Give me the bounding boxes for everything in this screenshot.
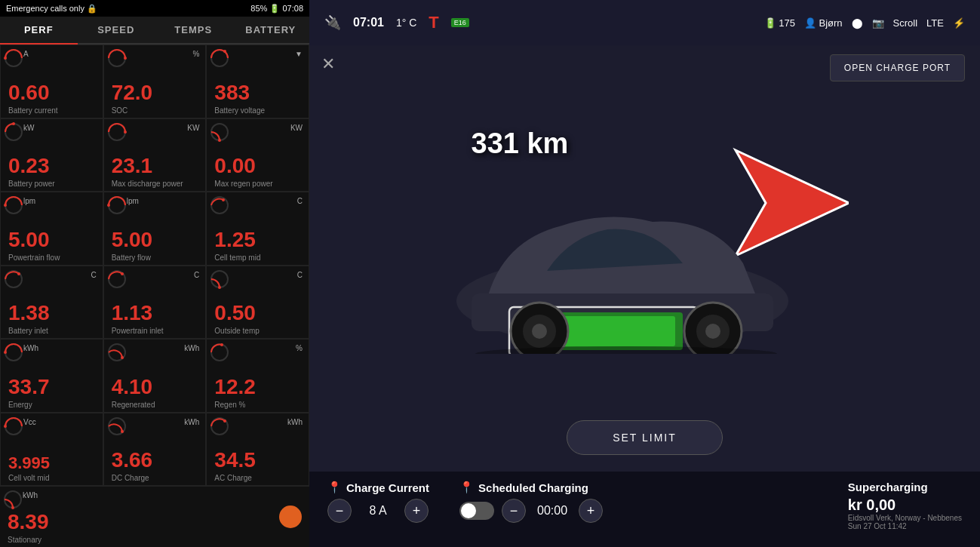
svg-point-5	[223, 50, 226, 53]
tab-battery[interactable]: BATTERY	[232, 17, 310, 43]
supercharging-date: Sun 27 Oct 11:42	[848, 522, 962, 530]
lte-icon: LTE	[926, 17, 944, 29]
charge-current-title: 📍 Charge Current	[327, 481, 429, 494]
close-button[interactable]: ✕	[321, 54, 335, 74]
svg-point-3	[124, 57, 127, 60]
metric-soc: % 72.0 SOC	[103, 45, 207, 118]
supercharging-price: kr 0,00	[848, 496, 962, 514]
svg-point-31	[4, 425, 7, 428]
user-icon: 👤 Bjørn	[804, 17, 843, 29]
svg-point-19	[17, 272, 20, 275]
metric-energy: kWh 33.7 Energy	[0, 339, 103, 413]
bottom-controls: 📍 Charge Current − 8 A + 📍 Scheduled Cha…	[309, 472, 980, 547]
svg-point-11	[218, 139, 221, 142]
charge-current-plus-button[interactable]: +	[404, 499, 429, 523]
svg-point-1	[4, 57, 7, 60]
top-bar-time: 07:01	[353, 16, 384, 29]
supercharging-title: Supercharging	[848, 481, 962, 493]
metric-battery-voltage: ▼ 383 Battery voltage	[206, 45, 309, 118]
svg-point-7	[12, 122, 15, 125]
scheduled-charging-plus-button[interactable]: +	[579, 499, 603, 523]
range-display: 331 km	[472, 128, 569, 160]
metric-max-discharge: KW 23.1 Max discharge power	[103, 118, 207, 192]
top-bar-temp: 1° C	[396, 17, 416, 29]
svg-point-15	[107, 204, 110, 207]
scheduled-charging-group: 📍 Scheduled Charging − 00:00 +	[459, 481, 603, 523]
svg-point-29	[220, 343, 223, 346]
metrics-grid: A 0.60 Battery current % 72.0 SOC ▼ 383 …	[0, 45, 309, 486]
menu-icon: 🔌	[324, 14, 341, 31]
supercharging-location: Eidsvoll Verk, Norway - Nebbenes	[848, 514, 962, 522]
orange-indicator	[279, 506, 302, 528]
charge-current-pin-icon: 📍	[327, 481, 342, 494]
right-panel: 🔌 07:01 1° C T E16 🔋 175 👤 Bjørn ⬤ 📷 Scr…	[309, 0, 980, 547]
charge-panel: ✕ OPEN CHARGE PORT 331 km	[309, 45, 980, 472]
tab-bar: PERF SPEED TEMPS BATTERY	[0, 17, 309, 45]
scheduled-charging-toggle[interactable]	[459, 502, 494, 520]
metric-ac-charge: kWh 34.5 AC Charge	[206, 413, 309, 487]
toggle-knob	[461, 503, 476, 518]
svg-point-49	[705, 324, 720, 339]
top-bar-badge: E16	[451, 18, 469, 27]
svg-point-17	[222, 198, 225, 201]
left-panel: Emergency calls only 🔒 85% 🔋 07:08 PERF …	[0, 0, 309, 547]
svg-point-48	[532, 324, 547, 339]
charge-current-controls: − 8 A +	[327, 499, 429, 523]
scheduled-charging-title: 📍 Scheduled Charging	[459, 481, 603, 494]
metric-battery-inlet: C 1.38 Battery inlet	[0, 266, 103, 340]
circle-icon: ⬤	[852, 17, 863, 29]
status-bar-left: Emergency calls only 🔒	[6, 4, 97, 14]
charge-current-value: 8 A	[359, 504, 397, 518]
top-bar-right-icons: 🔋 175 👤 Bjørn ⬤ 📷 Scroll LTE ⚡	[764, 17, 965, 29]
svg-point-13	[4, 204, 7, 207]
metric-dc-charge: kWh 3.66 DC Charge	[103, 413, 207, 487]
set-limit-button[interactable]: SET LIMIT	[567, 420, 723, 455]
metric-battery-power: kW 0.23 Battery power	[0, 118, 103, 192]
tesla-logo: T	[429, 13, 438, 32]
status-bar: Emergency calls only 🔒 85% 🔋 07:08	[0, 0, 309, 17]
metric-cell-volt: Vcc 3.995 Cell volt mid	[0, 413, 103, 487]
charge-current-group: 📍 Charge Current − 8 A +	[327, 481, 429, 523]
metric-regen-pct: % 12.2 Regen %	[206, 339, 309, 413]
metric-battery-current: A 0.60 Battery current	[0, 45, 103, 118]
car-svg	[426, 165, 819, 354]
scroll-icon: Scroll	[893, 17, 918, 29]
svg-point-25	[4, 351, 7, 354]
battery-icon: 🔋 175	[764, 17, 795, 29]
metric-powertrain-flow: lpm 5.00 Powertrain flow	[0, 192, 103, 266]
svg-point-23	[218, 286, 221, 289]
metric-powertrain-inlet: C 1.13 Powertrain inlet	[103, 266, 207, 340]
metric-battery-flow: lpm 5.00 Battery flow	[103, 192, 207, 266]
tab-perf[interactable]: PERF	[0, 17, 78, 45]
scheduled-charging-pin-icon: 📍	[459, 481, 474, 494]
charge-current-minus-button[interactable]: −	[327, 499, 352, 523]
supercharging-group: Supercharging kr 0,00 Eidsvoll Verk, Nor…	[848, 481, 962, 530]
scheduled-charging-minus-button[interactable]: −	[502, 499, 526, 523]
svg-point-9	[124, 131, 127, 134]
svg-point-27	[121, 356, 124, 359]
status-bar-right: 85% 🔋 07:08	[250, 4, 303, 14]
metric-cell-temp: C 1.25 Cell temp mid	[206, 192, 309, 266]
tab-temps[interactable]: TEMPS	[155, 17, 232, 43]
metric-regenerated: kWh 4.10 Regenerated	[103, 339, 207, 413]
metric-outside-temp: C 0.50 Outside temp	[206, 266, 309, 340]
tab-speed[interactable]: SPEED	[78, 17, 155, 43]
metric-max-regen: KW 0.00 Max regen power	[206, 118, 309, 192]
svg-point-33	[121, 430, 124, 433]
bluetooth-icon: ⚡	[953, 17, 965, 29]
metric-stationary: kWh 8.39 Stationary	[0, 487, 279, 547]
svg-point-21	[121, 272, 124, 275]
svg-point-37	[11, 506, 14, 509]
car-visualization: 331 km	[309, 45, 980, 420]
scheduled-charging-time: 00:00	[533, 504, 571, 518]
svg-point-35	[223, 419, 226, 423]
camera-icon: 📷	[872, 17, 884, 29]
top-bar: 🔌 07:01 1° C T E16 🔋 175 👤 Bjørn ⬤ 📷 Scr…	[309, 0, 980, 45]
scheduled-charging-controls: − 00:00 +	[459, 499, 603, 523]
